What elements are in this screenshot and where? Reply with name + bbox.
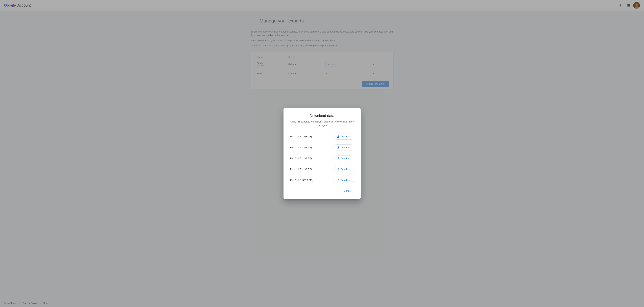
download-parts-list: Part 1 of 5 (1.98 GB) Download Part 2 of… bbox=[290, 131, 354, 186]
dialog-subtitle: Since this export is too big for a singl… bbox=[290, 120, 354, 127]
download-part-4-button[interactable]: Download bbox=[333, 166, 354, 172]
download-part-5-button[interactable]: Download bbox=[333, 177, 354, 183]
download-part-row-2: Part 2 of 5 (1.98 GB) Download bbox=[290, 142, 354, 153]
part-label-5: Part 5 of 5 (339.1 MB) bbox=[290, 179, 313, 182]
download-part-row-4: Part 4 of 5 (1.93 GB) Download bbox=[290, 164, 354, 175]
modal-overlay: Download data Since this export is too b… bbox=[0, 0, 644, 307]
download-part-3-button[interactable]: Download bbox=[333, 155, 354, 161]
part-label-3: Part 3 of 5 (1.98 GB) bbox=[290, 157, 312, 160]
dialog-actions: Cancel bbox=[290, 186, 354, 194]
part-label-4: Part 4 of 5 (1.93 GB) bbox=[290, 168, 312, 171]
download-part-1-button[interactable]: Download bbox=[333, 134, 354, 140]
part-label-1: Part 1 of 5 (1.98 GB) bbox=[290, 135, 312, 138]
download-part-row-3: Part 3 of 5 (1.98 GB) Download bbox=[290, 153, 354, 164]
download-part-row-5: Part 5 of 5 (339.1 MB) Download bbox=[290, 175, 354, 186]
cancel-button[interactable]: Cancel bbox=[341, 188, 354, 194]
download-part-2-button[interactable]: Download bbox=[333, 144, 354, 150]
download-icon-4 bbox=[337, 168, 340, 171]
download-part-row-1: Part 1 of 5 (1.98 GB) Download bbox=[290, 131, 354, 142]
part-label-2: Part 2 of 5 (1.98 GB) bbox=[290, 146, 312, 149]
download-icon-3 bbox=[337, 157, 340, 160]
download-icon-1 bbox=[337, 135, 340, 138]
download-icon-2 bbox=[337, 146, 340, 149]
download-data-dialog: Download data Since this export is too b… bbox=[284, 108, 361, 199]
dialog-title: Download data bbox=[290, 114, 354, 118]
download-icon-5 bbox=[337, 179, 340, 182]
